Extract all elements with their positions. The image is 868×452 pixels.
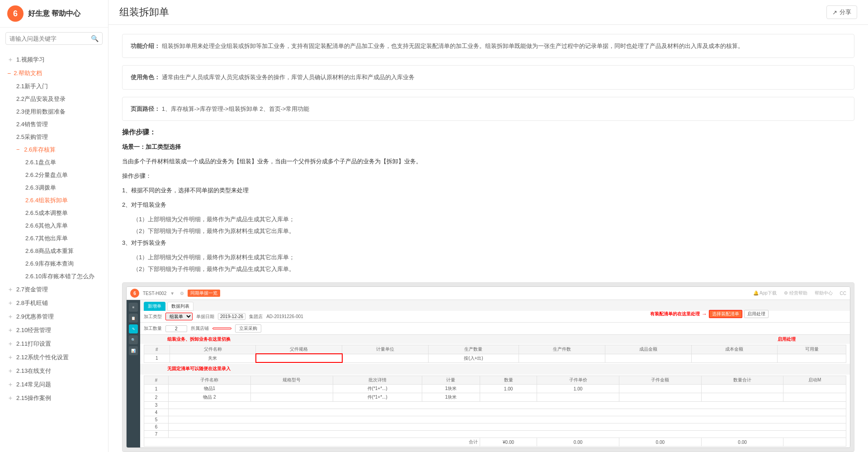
- sidebar-item-error[interactable]: 2.6.10库存账本错了怎么办: [0, 270, 108, 283]
- sidebar-item-custom[interactable]: ＋ 2.12系统个性化设置: [0, 351, 108, 364]
- mock-no-bom-annotation-row: 无固定清单可以随便在这里录入: [140, 364, 850, 375]
- role-block: 使用角色： 通常由生产人员或库管人员完成拆装业务的操作，库管人员确认原材料的出库…: [122, 65, 854, 89]
- mock-lower-col-total: 数量合计: [701, 376, 783, 385]
- page-title: 组装拆卸单: [119, 5, 169, 19]
- sidebar-item-newcomer[interactable]: 2.1新手入门: [0, 80, 108, 93]
- mock-qty-value: 2: [165, 325, 187, 332]
- mock-tab-new[interactable]: 新增单: [144, 302, 165, 311]
- sidebar-item-mobile[interactable]: ＋ 2.8手机旺铺: [0, 296, 108, 310]
- mock-lower-row-3: 3: [144, 402, 846, 409]
- mock-bom-field-label: 所属店铺: [191, 325, 209, 332]
- mock-type-select[interactable]: 组装单 拆卸单: [165, 313, 193, 320]
- path-label: 页面路径：: [131, 105, 160, 112]
- mock-date-label: 单据日期: [196, 314, 214, 320]
- sidebar-item-cases[interactable]: ＋ 2.15操作案例: [0, 391, 108, 405]
- mock-form-area: 加工类型 组装单 拆卸单 单据日期 2019-12-26 集团店 AD-2019…: [140, 311, 850, 323]
- sidebar-item-print[interactable]: ＋ 2.11打印设置: [0, 337, 108, 351]
- sidebar-item-stock-check[interactable]: 2.6.9库存账本查询: [0, 257, 108, 270]
- share-icon: ↗: [832, 9, 837, 16]
- mock-spacer: [140, 335, 850, 344]
- path-text: 1、库存核算->库存管理->组装拆卸单 2、首页->常用功能: [162, 105, 310, 112]
- mock-cell-num: 1: [144, 354, 170, 362]
- step3-1: （1）上部明细为父件明细，最终作为原材料生成其它出库单；: [133, 252, 854, 263]
- mock-center: 新增单 数据列表 加工类型 组装单: [140, 300, 850, 447]
- sidebar-item-sales[interactable]: 2.4销售管理: [0, 118, 108, 131]
- expand-icon-faq: ＋: [7, 381, 14, 389]
- expand-icon-payment: ＋: [7, 367, 14, 375]
- share-button[interactable]: ↗ 分享: [826, 5, 857, 19]
- sidebar-item-cost[interactable]: 2.6.5成本调整单: [0, 207, 108, 219]
- mock-icon-5: 📊: [129, 346, 138, 355]
- app-logo: 6: [7, 5, 24, 22]
- path-block: 页面路径： 1、库存核算->库存管理->组装拆卸单 2、首页->常用功能: [122, 97, 854, 121]
- search-box[interactable]: 🔍: [5, 32, 103, 45]
- sidebar-item-cost-calc[interactable]: 2.6.8商品成本重算: [0, 245, 108, 257]
- sidebar-item-install[interactable]: 2.2产品安装及登录: [0, 93, 108, 105]
- mock-no-bom-note: 无固定清单可以随便在这里录入: [167, 366, 231, 372]
- mock-app-header: 6 TEST-H002 ▼ ⚙ 同期单据一览 🔔 App下载 ⚙ 经营帮助 帮助…: [127, 287, 850, 300]
- mock-cell-unit: [342, 354, 429, 362]
- mock-lower-table-container: # 子件名称 规格型号 批次详情 计量 数量 子件单价 子件金额: [140, 375, 850, 447]
- mock-icon-1: ≡: [129, 303, 138, 312]
- sidebar-item-faq[interactable]: ＋ 2.14常见问题: [0, 378, 108, 391]
- nav-tree: ＋ 1.视频学习 − 2.帮助文档 2.1新手入门 2.2产品安装及登录 2.3…: [0, 49, 108, 452]
- expand-icon-mobile: ＋: [7, 299, 14, 307]
- mock-apply-btn[interactable]: 启用处理: [744, 310, 769, 318]
- sidebar-item-assembly[interactable]: 2.6.4组装拆卸单: [0, 194, 108, 207]
- mock-confirm-btn[interactable]: 立采采购: [235, 324, 261, 333]
- step2-2: （2）下部明细为子件明细，最终作为原材料生成其它出库单。: [133, 225, 854, 237]
- sidebar-item-partial[interactable]: 2.6.2分量盘点单: [0, 169, 108, 181]
- mock-col-unit: 计量单位: [342, 345, 429, 354]
- sidebar-item-other-out[interactable]: 2.6.7其他出库单: [0, 232, 108, 245]
- sidebar-item-other-in[interactable]: 2.6.6其他入库单: [0, 219, 108, 232]
- mock-cell-name: 关米: [170, 354, 256, 362]
- mock-app: 6 TEST-H002 ▼ ⚙ 同期单据一览 🔔 App下载 ⚙ 经营帮助 帮助…: [126, 286, 850, 448]
- mock-group-label: 集团店: [249, 314, 263, 320]
- mock-bom-note: 有装配清单的在这里处理: [650, 311, 700, 317]
- mock-lower-col-start: 启动M: [783, 376, 846, 385]
- mock-type-label: 加工类型: [144, 314, 162, 320]
- mock-lower-col-qty: 数量: [480, 376, 537, 385]
- mock-lower-col-amt: 子件金额: [619, 376, 701, 385]
- mock-app-id: TEST-H002: [143, 291, 166, 296]
- main-area: 组装拆卸单 ↗ 分享 功能介绍： 组装拆卸单用来处理企业组装或拆卸等加工业务，支…: [108, 0, 868, 452]
- mock-col-parent-spec: 父件规格: [256, 345, 342, 354]
- expand-icon: ＋: [7, 56, 14, 64]
- expand-icon-cases: ＋: [7, 394, 14, 402]
- sidebar-item-inventory[interactable]: − 2.6库存核算: [0, 143, 108, 156]
- search-input[interactable]: [9, 35, 91, 42]
- mock-qty-label: 加工数量: [144, 325, 162, 332]
- mock-new-doc-btn[interactable]: 同期单据一览: [188, 290, 220, 297]
- sidebar-item-coupon[interactable]: ＋ 2.9优惠券管理: [0, 310, 108, 324]
- mock-choose-bom-btn[interactable]: 选择装配清单: [709, 310, 742, 318]
- sidebar-item-stocktake[interactable]: 2.6.1盘点单: [0, 156, 108, 169]
- mock-icon-4: 🔍: [129, 335, 138, 344]
- mock-main-layout: ≡ 📋 ✎ 🔍 📊 新增单: [127, 300, 850, 447]
- sidebar-item-finance[interactable]: ＋ 2.7资金管理: [0, 283, 108, 296]
- expand-icon-print: ＋: [7, 340, 14, 348]
- expand-icon-ops: ＋: [7, 326, 14, 334]
- mock-tab-list[interactable]: 数据列表: [167, 302, 193, 311]
- expand-icon-finance: ＋: [7, 285, 14, 294]
- mock-bom-field[interactable]: [212, 328, 231, 329]
- sidebar-item-videos[interactable]: ＋ 1.视频学习: [0, 53, 108, 67]
- mock-lower-row-2: 2 物品 2 件(*1+*...) 1块米: [144, 393, 846, 402]
- sidebar-item-docs[interactable]: − 2.帮助文档: [0, 67, 108, 80]
- sidebar-item-purchase[interactable]: 2.5采购管理: [0, 131, 108, 143]
- mock-lower-col-batch: 批次详情: [333, 376, 422, 385]
- steps-title: 操作步骤：: [122, 128, 854, 137]
- mock-form-row2: 加工数量 2 所属店铺 立采采购 组装业务、拆卸业务在这里切换: [140, 323, 850, 335]
- sidebar-item-ops[interactable]: ＋ 2.10经营管理: [0, 324, 108, 337]
- mock-date-value: 2019-12-26: [218, 313, 245, 320]
- sidebar-item-payment[interactable]: ＋ 2.13在线支付: [0, 364, 108, 378]
- mock-lower-col-num: #: [144, 376, 169, 385]
- sidebar-item-data[interactable]: 2.3使用前数据准备: [0, 105, 108, 118]
- scene1-desc: 当由多个子件材料组装成一个成品的业务为【组装】业务，当由一个父件拆分成多个子产品…: [122, 156, 854, 167]
- screenshot-inner: 6 TEST-H002 ▼ ⚙ 同期单据一览 🔔 App下载 ⚙ 经营帮助 帮助…: [123, 283, 854, 452]
- mock-col-product-amt: 成品金额: [605, 345, 691, 354]
- mock-assembly-annotation: 组装业务、拆卸业务在这里切换: [167, 336, 231, 343]
- mock-docno: AD-20191226-001: [266, 314, 303, 319]
- sidebar-item-adjust[interactable]: 2.6.3调拨单: [0, 181, 108, 194]
- mock-col-cost-amt: 成本金额: [691, 345, 778, 354]
- expand-icon-coupon: ＋: [7, 313, 14, 321]
